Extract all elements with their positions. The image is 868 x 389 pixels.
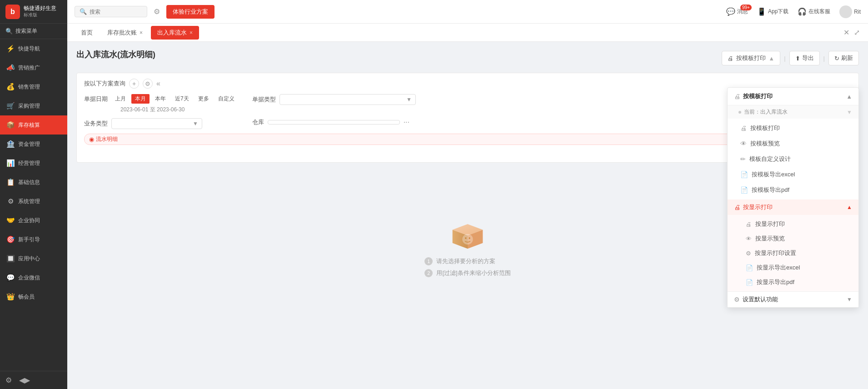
dropdown-display-section-header[interactable]: 🖨 按显示打印 ▲ xyxy=(728,199,858,215)
date-label: 单据日期 xyxy=(84,95,108,103)
sidebar-item-wechat[interactable]: 💬 企业微信 xyxy=(0,268,67,287)
template-preview-label: 按模板预览 xyxy=(750,140,780,148)
topbar-gear-icon[interactable]: ⚙ xyxy=(152,5,162,18)
dropdown-display-preview[interactable]: 👁 按显示预览 xyxy=(728,231,858,246)
nav-icon-guide: 🎯 xyxy=(5,235,15,244)
nav-label-operation: 经营管理 xyxy=(18,160,40,167)
message-btn[interactable]: 💬 消息 99+ xyxy=(726,7,748,16)
main-content: 🔍 ⚙ 体验行业方案 💬 消息 99+ 📱 App下载 🎧 在线客服 Rit xyxy=(67,0,868,389)
template-design-label: 模板自定义设计 xyxy=(749,155,791,163)
display-excel-label: 按显示导出excel xyxy=(757,264,800,272)
display-print-label: 按显示打印 xyxy=(755,220,785,228)
dropdown-display-settings[interactable]: ⚙ 按显示打印设置 xyxy=(728,246,858,260)
nav-label-inventory: 库存核算 xyxy=(18,121,40,129)
dropdown-collapse-btn[interactable]: ▲ xyxy=(846,93,852,100)
tip-number-1: 1 xyxy=(424,257,433,265)
nav-label-system: 系统管理 xyxy=(18,198,40,205)
dropdown-display-print[interactable]: 🖨 按显示打印 xyxy=(728,217,858,231)
nav-label-sales: 销售管理 xyxy=(18,83,40,91)
default-settings-label: 设置默认功能 xyxy=(743,295,778,304)
nav-icon-basic: 📋 xyxy=(5,178,15,186)
sidebar-item-basic[interactable]: 📋 基础信息 xyxy=(0,173,67,192)
sidebar-item-cooperation[interactable]: 🤝 企业协同 xyxy=(0,211,67,230)
tab-batch-close[interactable]: × xyxy=(140,30,143,36)
nav-label-vip: 畅会员 xyxy=(18,293,35,301)
date-opt-this-year[interactable]: 本年 xyxy=(151,94,170,104)
tab-batch[interactable]: 库存批次账 × xyxy=(101,26,149,40)
online-service-label: 在线客服 xyxy=(808,8,830,15)
tip-text-2: 用[过滤]条件来缩小分析范围 xyxy=(436,269,510,277)
search-icon: 🔍 xyxy=(5,28,13,35)
settings-icon[interactable]: ⚙ xyxy=(5,376,12,384)
date-opt-custom[interactable]: 自定义 xyxy=(215,94,238,104)
current-item: 当前：出入库流水 ▼ xyxy=(728,105,858,119)
collapse-sidebar-icon[interactable]: ◀▶ xyxy=(19,376,30,384)
template-excel-label: 按模板导出excel xyxy=(752,170,795,179)
dropdown-template-export-pdf[interactable]: 📄 按模板导出pdf xyxy=(728,182,858,198)
template-design-icon: ✏ xyxy=(740,155,746,163)
sidebar-item-quick-nav[interactable]: ⚡ 快捷导航 xyxy=(0,39,67,58)
print-template-btn[interactable]: 🖨 按模板打印 ▲ xyxy=(722,51,780,65)
warehouse-select[interactable] xyxy=(268,120,400,125)
nav-label-basic: 基础信息 xyxy=(18,179,40,186)
template-preview-icon: 👁 xyxy=(740,140,747,147)
dropdown-template-export-excel[interactable]: 📄 按模板导出excel xyxy=(728,167,858,182)
date-opt-last-month[interactable]: 上月 xyxy=(111,94,130,104)
current-label: 当前：出入库流水 xyxy=(744,108,788,116)
sidebar-item-operation[interactable]: 📊 经营管理 xyxy=(0,154,67,173)
sidebar-item-app-center[interactable]: 🔲 应用中心 xyxy=(0,249,67,268)
filter-settings-btn[interactable]: ⚙ xyxy=(143,79,153,89)
display-section-arrow: ▲ xyxy=(847,204,852,210)
industry-btn[interactable]: 体验行业方案 xyxy=(166,5,215,19)
sidebar-item-guide[interactable]: 🎯 新手引导 xyxy=(0,230,67,249)
tab-flow[interactable]: 出入库流水 × xyxy=(151,26,199,40)
sidebar-item-vip[interactable]: 👑 畅会员 xyxy=(0,287,67,306)
nav-icon-wechat: 💬 xyxy=(5,274,15,282)
sidebar-item-sales[interactable]: 💰 销售管理 xyxy=(0,77,67,96)
topbar-search-box[interactable]: 🔍 xyxy=(75,6,147,17)
tabs-bar: 首页 库存批次账 × 出入库流水 × ✕ ⤢ xyxy=(67,24,868,42)
display-excel-icon: 📄 xyxy=(746,264,753,271)
template-print-label: 按模板打印 xyxy=(750,124,780,132)
template-pdf-label: 按模板导出pdf xyxy=(752,186,789,194)
date-opt-this-month[interactable]: 本月 xyxy=(131,94,150,104)
date-opt-7days[interactable]: 近7天 xyxy=(171,94,193,104)
filter-collapse-icon[interactable]: « xyxy=(156,80,160,88)
dropdown-default-settings[interactable]: ⚙ 设置默认功能 ▼ xyxy=(728,291,858,307)
warehouse-dots[interactable]: ··· xyxy=(402,118,411,126)
nav-icon-finance: 🏦 xyxy=(5,140,15,148)
online-service-btn[interactable]: 🎧 在线客服 xyxy=(798,7,830,16)
dropdown-template-design[interactable]: ✏ 模板自定义设计 xyxy=(728,151,858,167)
nav-icon-vip: 👑 xyxy=(5,293,15,301)
nav-icon-app-center: 🔲 xyxy=(5,254,15,263)
tab-close-all-icon[interactable]: ✕ xyxy=(843,27,850,38)
sidebar-item-purchase[interactable]: 🛒 采购管理 xyxy=(0,96,67,115)
tab-home[interactable]: 首页 xyxy=(75,26,99,40)
sidebar-search[interactable]: 🔍 搜索菜单 xyxy=(0,24,67,39)
sidebar-item-inventory[interactable]: 📦 库存核算 xyxy=(0,115,67,135)
logo-sub: 标准版 xyxy=(24,12,56,18)
refresh-btn[interactable]: ↻ 刷新 xyxy=(828,51,859,65)
sidebar-item-finance[interactable]: 🏦 资金管理 xyxy=(0,135,67,154)
dropdown-display-pdf[interactable]: 📄 按显示导出pdf xyxy=(728,275,858,289)
sidebar-item-system[interactable]: ⚙ 系统管理 xyxy=(0,192,67,211)
date-opt-more[interactable]: 更多 xyxy=(195,94,213,104)
tab-maximize-icon[interactable]: ⤢ xyxy=(853,27,861,38)
dropdown-template-preview[interactable]: 👁 按模板预览 xyxy=(728,136,858,151)
sidebar-item-marketing[interactable]: 📣 营销推广 xyxy=(0,58,67,77)
filter-add-btn[interactable]: + xyxy=(129,79,139,89)
business-type-select[interactable]: ▼ xyxy=(111,118,202,129)
topbar-search-input[interactable] xyxy=(90,9,135,15)
display-settings-label: 按显示打印设置 xyxy=(755,249,796,257)
voucher-type-select[interactable]: ▼ xyxy=(279,94,416,105)
tab-flow-close[interactable]: × xyxy=(190,30,193,36)
export-btn[interactable]: ⬆ 导出 xyxy=(789,51,820,65)
print-icon: 🖨 xyxy=(728,55,733,62)
dropdown-template-print[interactable]: 🖨 按模板打印 xyxy=(728,120,858,136)
business-type-filter: 业务类型 ▼ xyxy=(84,118,243,129)
nav-label-app-center: 应用中心 xyxy=(18,255,40,263)
user-profile-btn[interactable]: Rit xyxy=(839,5,861,18)
app-download-btn[interactable]: 📱 App下载 xyxy=(757,7,788,16)
dropdown-display-excel[interactable]: 📄 按显示导出excel xyxy=(728,260,858,275)
filter-title: 按以下方案查询 xyxy=(84,80,125,88)
